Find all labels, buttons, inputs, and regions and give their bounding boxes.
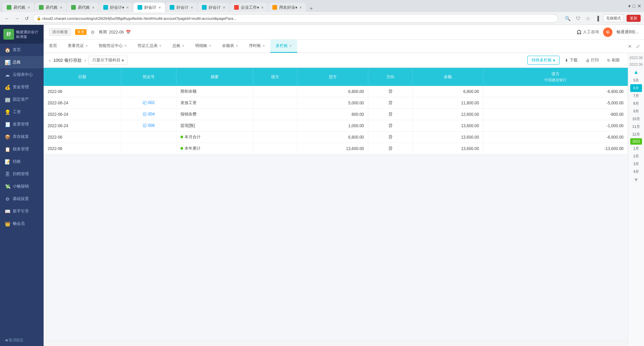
account-settings-icon[interactable]: ⚙	[91, 30, 95, 35]
month-item[interactable]: 7月	[630, 92, 642, 100]
month-item[interactable]: 5月	[630, 77, 642, 84]
shield-icon[interactable]: 🛡	[575, 14, 582, 22]
sidebar-item-cloud-reports[interactable]: ☁ 云报表中心	[0, 68, 44, 81]
scroll-up-button[interactable]: ▲	[634, 69, 639, 75]
print-button[interactable]: 🖨 打印	[583, 56, 602, 64]
tab-close-general-ledger[interactable]: ✕	[182, 44, 184, 48]
tab-yidaizhang-1[interactable]: 易代账 ✕	[3, 3, 34, 12]
tab-close-sequence[interactable]: ✕	[262, 44, 265, 48]
update-button[interactable]: 更新	[627, 15, 641, 22]
minimize-button[interactable]: ▾	[628, 3, 631, 9]
download-button[interactable]: ⬇ 下载	[562, 56, 580, 64]
sidebar-item-home[interactable]: 🏠 首页	[0, 44, 44, 56]
tab-close-9[interactable]: ✕	[299, 6, 302, 9]
tab-close-5[interactable]: ✕	[158, 6, 161, 9]
tab-sequence[interactable]: 序时账 ✕	[244, 40, 270, 53]
table-cell: 2022-06-24	[44, 109, 121, 120]
tab-close-4[interactable]: ✕	[126, 6, 129, 9]
close-button[interactable]: ✕	[637, 3, 641, 9]
tab-haokuaiji-5[interactable]: 好会计 ✕	[133, 3, 165, 12]
calendar-icon[interactable]: 📅	[126, 30, 131, 35]
sidebar-item-inventory[interactable]: 📦 库存核算	[0, 131, 44, 143]
scroll-down-button[interactable]: ▼	[634, 177, 639, 183]
tab-close-6[interactable]: ✕	[191, 6, 193, 9]
tab-haokuaiji-6[interactable]: 好会计 ✕	[166, 3, 197, 12]
sidebar-toggle[interactable]: ▐	[594, 14, 600, 22]
tab-detail-ledger[interactable]: 明细账 ✕	[190, 40, 217, 53]
sidebar-item-closing[interactable]: 📝 结账	[0, 155, 44, 168]
month-item[interactable]: 10月	[630, 115, 642, 123]
tab-close-view-voucher[interactable]: ✕	[85, 44, 88, 48]
tab-close-1[interactable]: ✕	[28, 6, 30, 9]
special-multicolumn-button[interactable]: 特殊多栏账 ▾	[527, 56, 559, 65]
filter-subcategory-button[interactable]: 只显示下级科目 ▾	[89, 56, 127, 65]
expand-tab-button[interactable]: ⤢	[635, 42, 641, 50]
tab-view-voucher[interactable]: 查看凭证 ✕	[62, 40, 93, 53]
new-tab-button[interactable]: ＋	[307, 5, 316, 12]
tab-close-2[interactable]: ✕	[60, 6, 62, 9]
tab-close-balance[interactable]: ✕	[235, 44, 238, 48]
tab-close-7[interactable]: ✕	[223, 6, 225, 9]
tab-haokuaiji-4[interactable]: 好会计♦ ✕	[99, 3, 133, 12]
tab-haokuaiji-7[interactable]: 好会计 ✕	[198, 3, 229, 12]
tab-close-8[interactable]: ✕	[261, 6, 264, 9]
prev-account-button[interactable]: ‹	[49, 58, 51, 63]
sidebar-item-invoice[interactable]: 🧾 发票管理	[0, 118, 44, 131]
sidebar-item-membership[interactable]: 👑 畅会员	[0, 217, 44, 230]
table-row: 2022-06期初余额6,800.00贷6,800.00-6,800.00	[44, 86, 628, 97]
sidebar-item-ledger[interactable]: 📊 总账	[0, 56, 44, 68]
tab-close-detail-ledger[interactable]: ✕	[209, 44, 211, 48]
address-input[interactable]: 🔒 cloud2.chanjet.com/accounting/uh26t264…	[33, 14, 558, 23]
month-item[interactable]: 1月	[630, 145, 642, 152]
table-cell[interactable]: 记-006	[121, 120, 176, 132]
tab-close-smart-voucher[interactable]: ✕	[124, 44, 127, 48]
month-item[interactable]: 2023	[630, 138, 642, 145]
tab-voucher-summary[interactable]: 凭证汇总表 ✕	[132, 40, 167, 53]
tab-balance[interactable]: 余额表 ✕	[217, 40, 244, 53]
back-button[interactable]: ←	[3, 14, 11, 22]
table-cell[interactable]: 记-002	[121, 97, 176, 109]
tab-general-ledger[interactable]: 总账 ✕	[167, 40, 190, 53]
ledger-data-table: 日期 凭证号 摘要 借方 贷方 方向 余额 借方 中国建设银行	[44, 68, 628, 154]
tab-close-multi-column[interactable]: ✕	[289, 44, 292, 48]
month-item[interactable]: 3月	[630, 160, 642, 168]
tab-close-3[interactable]: ✕	[92, 6, 95, 9]
sidebar-pin-button[interactable]: ◀ 取消固定	[0, 334, 44, 346]
forward-button[interactable]: →	[13, 14, 21, 22]
sidebar-item-archive[interactable]: 🗄 归档管理	[0, 168, 44, 180]
sidebar-item-guide[interactable]: 📖 新手引导	[0, 205, 44, 217]
next-account-button[interactable]: ›	[85, 58, 86, 63]
sidebar-item-capital[interactable]: 💰 资金管理	[0, 81, 44, 93]
col-voucher: 凭证号	[121, 68, 176, 86]
tab-youyou-9[interactable]: 用友好业♦ ✕	[268, 3, 306, 12]
month-item[interactable]: 2月	[630, 152, 642, 160]
horizontal-scrollbar[interactable]	[44, 341, 628, 346]
bookmark-icon[interactable]: ☆	[585, 14, 592, 22]
sidebar-item-settings[interactable]: ⚙ 基础设置	[0, 193, 44, 205]
table-cell[interactable]: 记-004	[121, 109, 176, 120]
month-item[interactable]: 6月	[630, 84, 642, 92]
tab-enterprise-8[interactable]: 企业工作♦ ✕	[230, 3, 268, 12]
month-item[interactable]: 8月	[630, 100, 642, 107]
month-item[interactable]: 11月	[630, 123, 642, 131]
maximize-button[interactable]: □	[633, 3, 635, 9]
month-item[interactable]: 9月	[630, 107, 642, 115]
consult-button[interactable]: 🎧 人工咨询	[577, 29, 599, 35]
tab-yidaizhang-3[interactable]: 易代账 ✕	[67, 3, 99, 12]
collapse-tab-button[interactable]: ✕	[627, 42, 633, 50]
refresh-button[interactable]: ↻ 刷新	[604, 56, 623, 64]
tab-smart-voucher[interactable]: 智能凭证中心 ✕	[93, 40, 132, 53]
tab-close-voucher-summary[interactable]: ✕	[159, 44, 162, 48]
month-item[interactable]: 12月	[630, 131, 642, 138]
incognito-mode-button[interactable]: 无痕模式	[603, 14, 624, 22]
month-item[interactable]: 4月	[630, 168, 642, 176]
reload-button[interactable]: ↺	[23, 14, 30, 22]
search-icon[interactable]: 🔍	[564, 14, 572, 22]
sidebar-item-payroll[interactable]: 👷 工资	[0, 106, 44, 118]
sidebar-item-fixed-assets[interactable]: 🏢 固定资产	[0, 93, 44, 106]
sidebar-item-expense[interactable]: 💸 小畅报销	[0, 180, 44, 193]
tab-multi-column[interactable]: 多栏账 ✕	[270, 40, 297, 53]
tab-yidaizhang-2[interactable]: 易代账 ✕	[35, 3, 66, 12]
sidebar-item-tax[interactable]: 📋 税务管理	[0, 143, 44, 155]
tab-home[interactable]: 首页	[44, 40, 62, 53]
